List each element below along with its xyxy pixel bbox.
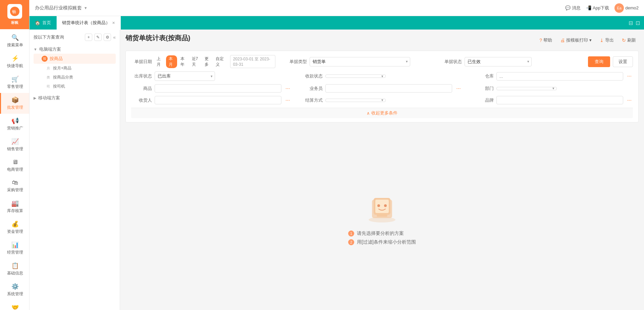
date-this-month[interactable]: 本月 (166, 55, 177, 68)
warehouse-input[interactable] (496, 72, 623, 81)
warehouse-dots[interactable]: ··· (626, 73, 633, 79)
refresh-button[interactable]: ↻ 刷新 (619, 36, 639, 45)
tree-subitem-product-category[interactable]: 类 按商品分类 (34, 73, 116, 82)
doc-status-value: 已生效 (468, 59, 481, 65)
consignee-input[interactable] (155, 96, 281, 104)
topbar-left: 办公用品行业模拟账套 ▾ (35, 5, 87, 11)
sidebar-item-system[interactable]: ⚙️ 系统管理 (0, 279, 29, 300)
payment-method-select[interactable] (325, 99, 386, 102)
tree-mobile-root[interactable]: ▶ 移动端方案 (34, 94, 116, 102)
app-download-button[interactable]: 📲 App下载 (586, 5, 609, 11)
sidebar-item-retail[interactable]: 🛒 零售管理 (0, 72, 29, 93)
collapse-bar[interactable]: ∧ 收起更多条件 (131, 108, 633, 118)
empty-icon (362, 186, 402, 226)
salesperson-dots[interactable]: ··· (455, 86, 462, 92)
tree-expand-icon: ▼ (34, 47, 37, 51)
logo-area: 畅 标账 (0, 0, 29, 29)
empty-tip-1-text: 请先选择要分析的方案 (357, 230, 404, 237)
marketing-icon: 📢 (11, 117, 19, 124)
date-last-7-days[interactable]: 近7天 (190, 55, 201, 68)
tab-home[interactable]: 🏠 首页 (30, 16, 57, 30)
salesperson-label: 业务员 (302, 86, 325, 92)
sidebar-item-label: 资金管理 (7, 229, 23, 235)
tree-sub-icon-3: 司 (46, 84, 51, 89)
date-last-month[interactable]: 上月 (155, 55, 165, 68)
user-profile[interactable]: Ea demo2 (614, 3, 639, 13)
product-input[interactable] (155, 84, 281, 93)
brand-label: 品牌 (473, 97, 496, 103)
message-button[interactable]: 💬 消息 (565, 5, 581, 11)
export-button[interactable]: ⤓ 导出 (597, 36, 616, 45)
warehouse-status-select[interactable]: 已出库 (155, 71, 215, 81)
settings-button[interactable]: 设置 (613, 56, 633, 67)
tab-report[interactable]: 销货单统计表（按商品） ✕ (57, 16, 121, 30)
tree-desktop-root[interactable]: ▼ 电脑端方案 (34, 45, 116, 54)
doc-status-control: 已生效 (465, 57, 585, 66)
filter-row-1: 单据日期 上月 本月 本年 近7天 更多 自定义 2023-03-01 至 20… (131, 55, 633, 68)
warehouse-status-value: 已出库 (158, 73, 171, 79)
settings-scheme-button[interactable]: ⚙ (104, 34, 111, 41)
doc-type-label: 单据类型 (286, 59, 310, 65)
department-select[interactable] (496, 87, 557, 90)
tree-item-icon-orange: 按 (42, 56, 48, 62)
help-button[interactable]: ? 帮助 (537, 36, 555, 45)
brand-control: ··· (496, 96, 633, 104)
app-download-label: App下载 (593, 5, 609, 11)
right-panel: 销货单统计表(按商品) ? 帮助 🖨 按模板打印 ▾ ⤓ 导出 (120, 30, 644, 310)
date-more[interactable]: 更多 (203, 55, 213, 68)
refresh-icon: ↻ (622, 38, 626, 43)
add-scheme-button[interactable]: + (85, 34, 92, 41)
doc-status-select[interactable]: 已生效 (465, 57, 532, 66)
sidebar-item-operation[interactable]: 📊 经营管理 (0, 238, 29, 259)
sidebar-item-wholesale[interactable]: 📦 批发管理 (0, 93, 29, 114)
tab-expand-button[interactable]: ⊟ ⊡ (625, 20, 644, 26)
sidebar-item-label: 销售管理 (7, 146, 23, 152)
edit-scheme-button[interactable]: ✎ (94, 34, 102, 41)
tab-close-button[interactable]: ✕ (112, 21, 115, 25)
tab-home-label: 首页 (42, 20, 51, 26)
collection-status-select[interactable] (325, 74, 386, 78)
sidebar-item-ecommerce[interactable]: 🖥 电商管理 (0, 155, 29, 176)
date-quick-buttons: 上月 本月 本年 近7天 更多 自定义 (155, 55, 227, 68)
query-button[interactable]: 查询 (588, 56, 610, 67)
svg-rect-8 (377, 215, 387, 217)
sidebar-item-sales[interactable]: 📈 销售管理 (0, 135, 29, 155)
tree-sub-icon-2: 类 (46, 75, 51, 80)
sidebar-item-label: 快捷导航 (7, 63, 23, 69)
quicknav-icon: ⚡ (11, 55, 19, 62)
tree-item-by-product[interactable]: 按 按商品 (34, 54, 116, 64)
warehouse-label: 仓库 (473, 73, 496, 79)
print-button[interactable]: 🖨 按模板打印 ▾ (557, 36, 594, 45)
purchase-icon: 🛍 (12, 179, 18, 186)
product-dots[interactable]: ··· (284, 86, 291, 92)
consignee-dots[interactable]: ··· (284, 97, 291, 103)
topbar-dropdown-arrow[interactable]: ▾ (85, 5, 87, 10)
chevron-up-icon: ∧ (367, 111, 370, 116)
date-custom[interactable]: 自定义 (214, 55, 226, 68)
date-this-year[interactable]: 本年 (178, 55, 189, 68)
logo-title: 标账 (11, 20, 18, 25)
sidebar-item-purchase[interactable]: 🛍 采购管理 (0, 176, 29, 196)
tree-subitem-month-product[interactable]: 月 按月+商品 (34, 64, 116, 73)
date-label: 单据日期 (131, 59, 155, 65)
brand-input[interactable] (496, 96, 623, 104)
date-range-input[interactable]: 2023-03-01 至 2023-03-31 (230, 55, 275, 68)
sidebar-item-finance[interactable]: 💰 资金管理 (0, 217, 29, 238)
wholesale-icon: 📦 (11, 96, 19, 104)
salesperson-input[interactable] (325, 84, 452, 93)
filter-area: 单据日期 上月 本月 本年 近7天 更多 自定义 2023-03-01 至 20… (125, 51, 639, 122)
tree-subitem-cashier[interactable]: 司 按司机 (34, 82, 116, 91)
tree-mobile-label: 移动端方案 (38, 95, 60, 101)
brand-dots[interactable]: ··· (626, 97, 633, 103)
sales-icon: 📈 (11, 138, 19, 145)
sidebar-item-quicknav[interactable]: ⚡ 快捷导航 (0, 51, 29, 72)
topbar-right: 💬 消息 📲 App下载 Ea demo2 (565, 3, 639, 13)
sidebar-item-stock[interactable]: 🏭 库存核算 (0, 196, 29, 217)
collapse-panel-button[interactable]: « (113, 35, 116, 40)
sidebar-item-marketing[interactable]: 📢 营销推广 (0, 114, 29, 135)
svg-rect-5 (375, 200, 389, 213)
doc-type-select[interactable]: 销货单 (310, 57, 410, 66)
sidebar-item-basic[interactable]: 📋 基础信息 (0, 259, 29, 279)
sidebar-item-search[interactable]: 🔍 搜索菜单 (0, 31, 29, 51)
sidebar-item-enterprise[interactable]: 🤝 企业协同 (0, 300, 29, 310)
